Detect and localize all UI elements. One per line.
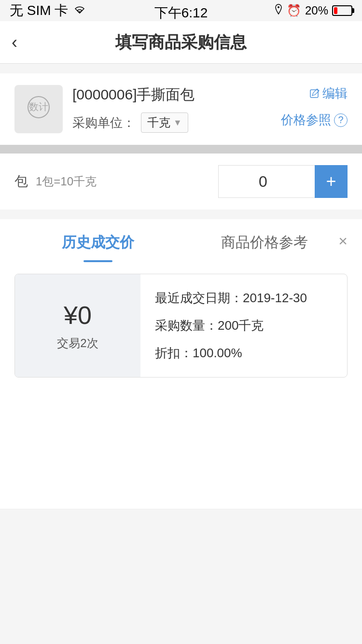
- location-icon: [274, 4, 283, 17]
- wifi-icon: [73, 3, 86, 18]
- price-discount-row: 折扣：100.00%: [155, 344, 333, 363]
- svg-point-0: [278, 6, 279, 8]
- quantity-input-area: +: [218, 165, 348, 198]
- tabs-container: 历史成交价 商品价格参考 × ¥0 交易2次 最近成交日期：2019-12-30…: [0, 219, 362, 509]
- product-card: 数计 [0000006]手撕面包 采购单位： 千克 ▼: [0, 73, 362, 145]
- status-time: 下午6:12: [154, 4, 208, 22]
- price-date-label: 最近成交日期：: [155, 291, 243, 305]
- edit-label: 编辑: [322, 85, 348, 102]
- unit-value: 千克: [147, 115, 170, 130]
- product-thumbnail: 数计: [14, 85, 63, 133]
- gray-divider: [0, 145, 362, 154]
- dropdown-arrow-icon: ▼: [173, 118, 182, 128]
- svg-text:数计: 数计: [29, 101, 48, 112]
- close-panel-button[interactable]: ×: [338, 232, 348, 250]
- help-icon: ?: [334, 113, 348, 127]
- price-trade-count: 交易2次: [57, 336, 98, 351]
- product-unit-row: 采购单位： 千克 ▼: [72, 112, 195, 133]
- product-info: [0000006]手撕面包 采购单位： 千克 ▼: [72, 85, 195, 133]
- quantity-plus-button[interactable]: +: [315, 165, 348, 198]
- price-ref-label: 价格参照: [281, 112, 331, 128]
- status-bar: 无 SIM 卡 下午6:12 ⏰ 20%: [0, 0, 362, 21]
- nav-bar: ‹ 填写商品采购信息: [0, 21, 362, 64]
- unit-label: 采购单位：: [72, 114, 135, 131]
- price-date-row: 最近成交日期：2019-12-30: [155, 289, 333, 308]
- price-currency: ¥: [64, 301, 78, 329]
- product-name: [0000006]手撕面包: [72, 85, 195, 105]
- price-ref-button[interactable]: 价格参照 ?: [281, 112, 348, 128]
- svg-rect-3: [310, 90, 318, 98]
- price-discount-label: 折扣：: [155, 346, 193, 360]
- edit-button[interactable]: 编辑: [309, 85, 348, 102]
- status-right: ⏰ 20%: [274, 4, 352, 17]
- unit-label-group: 包 1包=10千克: [14, 172, 97, 191]
- price-date-value: 2019-12-30: [243, 291, 307, 305]
- price-quantity-row: 采购数量：200千克: [155, 316, 333, 335]
- battery-icon: [332, 5, 352, 16]
- price-left-panel: ¥0 交易2次: [15, 274, 140, 377]
- page-title: 填写商品采购信息: [115, 31, 247, 54]
- price-amount: 0: [78, 301, 92, 329]
- tab-history-price[interactable]: 历史成交价: [14, 219, 181, 262]
- unit-icon: 包: [14, 172, 28, 191]
- tab-product-price-ref[interactable]: 商品价格参考: [181, 219, 348, 262]
- battery-percent: 20%: [305, 4, 328, 17]
- price-quantity-label: 采购数量：: [155, 318, 218, 333]
- tabs-row: 历史成交价 商品价格参考 ×: [0, 219, 362, 262]
- content-area: 历史成交价 商品价格参考 × ¥0 交易2次 最近成交日期：2019-12-30…: [0, 219, 362, 509]
- status-left: 无 SIM 卡: [10, 1, 86, 20]
- price-discount-value: 100.00%: [193, 346, 242, 360]
- tab-history-price-label: 历史成交价: [62, 234, 134, 250]
- price-quantity-value: 200千克: [218, 318, 264, 333]
- price-value: ¥0: [64, 301, 92, 330]
- tab-product-price-ref-label: 商品价格参考: [221, 234, 308, 250]
- quantity-row: 包 1包=10千克 +: [0, 154, 362, 210]
- price-card: ¥0 交易2次 最近成交日期：2019-12-30 采购数量：200千克 折扣：…: [14, 274, 348, 378]
- carrier-text: 无 SIM 卡: [10, 1, 68, 20]
- alarm-icon: ⏰: [287, 4, 301, 17]
- quantity-input[interactable]: [218, 165, 315, 198]
- unit-selector[interactable]: 千克 ▼: [141, 112, 188, 133]
- product-logo-icon: 数计: [24, 93, 53, 126]
- back-button[interactable]: ‹: [12, 32, 17, 53]
- unit-conversion: 1包=10千克: [36, 174, 97, 189]
- product-right-actions: 编辑 价格参照 ?: [281, 85, 348, 128]
- price-right-panel: 最近成交日期：2019-12-30 采购数量：200千克 折扣：100.00%: [140, 274, 347, 377]
